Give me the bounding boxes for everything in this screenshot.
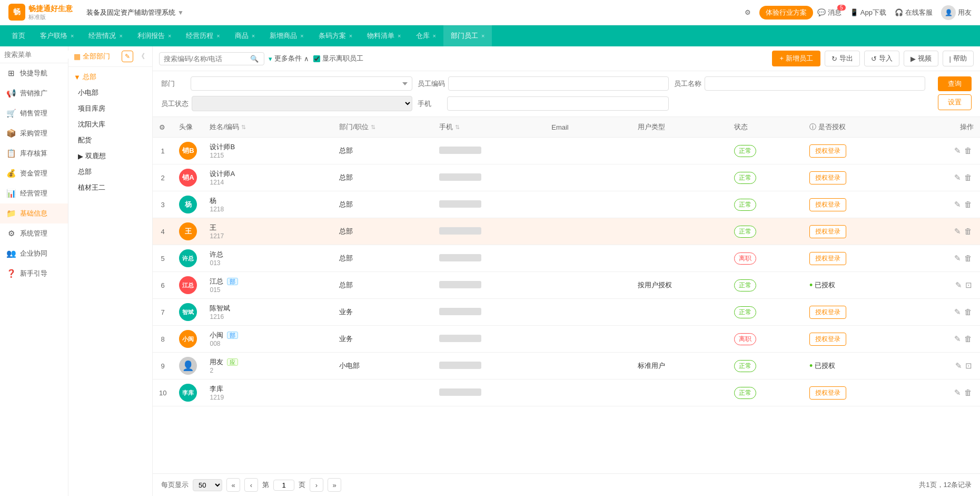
prev-first-page-button[interactable]: « bbox=[226, 478, 240, 492]
system-name[interactable]: 装备及固定资产辅助管理系统 ▼ bbox=[86, 8, 736, 17]
dept-node-shuanglu[interactable]: ▶ 双鹿想 bbox=[68, 148, 152, 164]
edit-icon[interactable]: ✎ bbox=[954, 173, 961, 182]
auth-login-button[interactable]: 授权登录 bbox=[809, 198, 846, 211]
dept-select[interactable] bbox=[191, 76, 412, 91]
dept-node-zhucai[interactable]: 植材王二 bbox=[68, 180, 152, 196]
messages-button[interactable]: 💬 消息 5 bbox=[817, 8, 842, 17]
sidebar-search[interactable]: 🔍 bbox=[0, 46, 68, 63]
dept-node-zongbu-root[interactable]: ▼ 总部 bbox=[68, 69, 152, 85]
close-icon[interactable]: × bbox=[71, 33, 74, 39]
sidebar-item-quick-nav[interactable]: ⊞ 快捷导航 bbox=[0, 63, 68, 83]
close-icon[interactable]: × bbox=[300, 33, 303, 39]
tab-profit[interactable]: 利润报告 × bbox=[130, 25, 179, 46]
th-settings[interactable]: ⚙ bbox=[153, 117, 173, 138]
tab-customer[interactable]: 客户联络 × bbox=[33, 25, 81, 46]
prev-page-button[interactable]: ‹ bbox=[244, 478, 258, 492]
add-employee-button[interactable]: + 新增员工 bbox=[772, 51, 820, 66]
tab-operation[interactable]: 经营情况 × bbox=[81, 25, 130, 46]
tab-barcode[interactable]: 条码方案 × bbox=[311, 25, 360, 46]
auth-login-button[interactable]: 授权登录 bbox=[809, 252, 846, 265]
delete-icon[interactable]: 🗑 bbox=[964, 146, 972, 155]
search-input-wrap[interactable]: 🔍 bbox=[159, 52, 264, 65]
sidebar-item-inventory[interactable]: 📋 库存核算 bbox=[0, 143, 68, 163]
sidebar-item-guide[interactable]: ❓ 新手引导 bbox=[0, 264, 68, 284]
employee-search-input[interactable] bbox=[164, 55, 248, 63]
auth-login-button[interactable]: 授权登录 bbox=[809, 171, 846, 184]
th-phone[interactable]: 手机 ⇅ bbox=[433, 117, 545, 138]
delete-icon[interactable]: 🗑 bbox=[964, 254, 972, 262]
close-icon[interactable]: × bbox=[119, 33, 122, 39]
edit-icon[interactable]: ✎ bbox=[954, 307, 961, 316]
edit-icon[interactable]: ✎ bbox=[954, 146, 961, 155]
auth-login-button[interactable]: 授权登录 bbox=[809, 306, 846, 319]
user-avatar[interactable]: 👤 用友 bbox=[941, 5, 972, 20]
set-button[interactable]: 设置 bbox=[938, 94, 972, 110]
sidebar-item-operation[interactable]: 📊 经营管理 bbox=[0, 183, 68, 203]
th-name[interactable]: 姓名/编码 ⇅ bbox=[203, 117, 333, 138]
delete-icon[interactable]: 🗑 bbox=[964, 227, 972, 236]
tab-new-goods[interactable]: 新增商品 × bbox=[262, 25, 311, 46]
auth-login-button[interactable]: 授权登录 bbox=[809, 225, 846, 238]
page-size-select[interactable]: 50 10 20 100 bbox=[193, 479, 222, 491]
emp-name-input[interactable] bbox=[705, 76, 925, 91]
next-last-page-button[interactable]: » bbox=[328, 478, 341, 492]
th-dept[interactable]: 部门/职位 ⇅ bbox=[333, 117, 433, 138]
help-button[interactable]: | 帮助 bbox=[943, 51, 974, 66]
sidebar-item-collab[interactable]: 👥 企业协同 bbox=[0, 244, 68, 264]
edit-icon[interactable]: ✎ bbox=[954, 227, 961, 236]
close-icon[interactable]: × bbox=[349, 33, 352, 39]
sidebar-item-finance[interactable]: 💰 资金管理 bbox=[0, 163, 68, 183]
edit-icon[interactable]: ✎ bbox=[954, 388, 961, 397]
sidebar-item-system[interactable]: ⚙ 系统管理 bbox=[0, 223, 68, 244]
online-service-button[interactable]: 🎧 在线客服 bbox=[895, 8, 933, 17]
view-button[interactable]: ▶ 视频 bbox=[904, 51, 938, 66]
dept-node-shenyang[interactable]: 沈阳大库 bbox=[68, 116, 152, 132]
dept-node-project[interactable]: 项目库房 bbox=[68, 101, 152, 116]
edit-icon[interactable]: ✎ bbox=[955, 361, 962, 370]
dept-edit-button[interactable]: ✎ bbox=[122, 51, 133, 62]
gear-button[interactable]: ⚙ bbox=[740, 5, 755, 20]
show-departed-checkbox[interactable]: 显示离职员工 bbox=[313, 54, 363, 63]
edit-icon[interactable]: ✎ bbox=[954, 254, 961, 262]
dept-node-xiaodian[interactable]: 小电部 bbox=[68, 85, 152, 101]
delete-icon[interactable]: 🗑 bbox=[964, 173, 972, 182]
delete-icon[interactable]: 🗑 bbox=[964, 388, 972, 397]
departed-checkbox-input[interactable] bbox=[313, 55, 320, 62]
more-filter-button[interactable]: ▾ 更多条件 ∧ bbox=[269, 54, 309, 63]
next-page-button[interactable]: › bbox=[310, 478, 323, 492]
close-icon[interactable]: × bbox=[433, 33, 436, 39]
edit-icon[interactable]: ✎ bbox=[954, 334, 961, 343]
dept-collapse-button[interactable]: 《 bbox=[135, 51, 147, 62]
sidebar-item-sales[interactable]: 🛒 销售管理 bbox=[0, 103, 68, 123]
tab-dept-employee[interactable]: 部门员工 × bbox=[443, 25, 492, 46]
dept-node-peihuo[interactable]: 配货 bbox=[68, 132, 152, 148]
emp-status-select[interactable] bbox=[192, 96, 412, 111]
edit-icon[interactable]: ✎ bbox=[955, 280, 962, 289]
export-button[interactable]: ↻ 导出 bbox=[825, 51, 860, 66]
auth-login-button[interactable]: 授权登录 bbox=[809, 144, 846, 158]
page-number-input[interactable] bbox=[273, 480, 294, 491]
emp-code-input[interactable] bbox=[448, 76, 669, 91]
import-button[interactable]: ↺ 导入 bbox=[864, 51, 899, 66]
delete-icon[interactable]: 🗑 bbox=[964, 307, 972, 316]
trial-button[interactable]: 体验行业方案 bbox=[759, 6, 813, 20]
delete-icon[interactable]: ⊡ bbox=[965, 280, 972, 289]
dept-node-zongbu[interactable]: 总部 bbox=[68, 164, 152, 180]
sidebar-item-basic[interactable]: 📁 基础信息 bbox=[0, 203, 68, 223]
close-icon[interactable]: × bbox=[252, 33, 255, 39]
close-icon[interactable]: × bbox=[398, 33, 401, 39]
close-icon[interactable]: × bbox=[481, 33, 484, 39]
delete-icon[interactable]: 🗑 bbox=[964, 200, 972, 209]
tab-warehouse[interactable]: 仓库 × bbox=[409, 25, 443, 46]
tab-history[interactable]: 经营历程 × bbox=[179, 25, 227, 46]
phone-input[interactable] bbox=[447, 96, 669, 111]
tab-home[interactable]: 首页 bbox=[4, 25, 33, 46]
delete-icon[interactable]: 🗑 bbox=[964, 334, 972, 343]
app-download-button[interactable]: 📱 App下载 bbox=[850, 8, 886, 17]
close-icon[interactable]: × bbox=[216, 33, 220, 39]
close-icon[interactable]: × bbox=[168, 33, 171, 39]
edit-icon[interactable]: ✎ bbox=[954, 200, 961, 209]
tab-goods[interactable]: 商品 × bbox=[227, 25, 262, 46]
auth-login-button[interactable]: 授权登录 bbox=[809, 333, 846, 346]
tab-bom[interactable]: 物料清单 × bbox=[360, 25, 408, 46]
